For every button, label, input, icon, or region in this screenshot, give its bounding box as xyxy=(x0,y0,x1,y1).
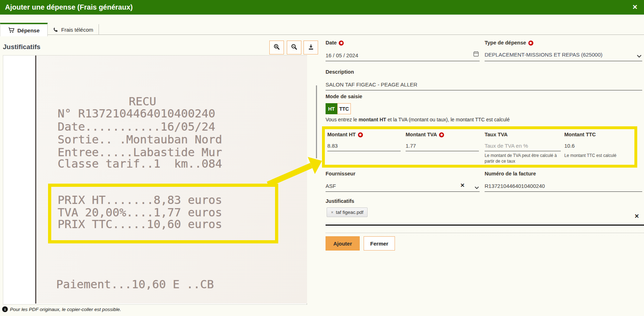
justificatifs-label: Justificatifs xyxy=(326,198,354,204)
clear-icon[interactable]: ✕ xyxy=(460,182,465,189)
montant-ht-input[interactable] xyxy=(327,140,401,151)
expense-type-label: Type de dépense✱ xyxy=(485,40,533,46)
receipt-line: Date...........16/05/24 xyxy=(58,120,215,133)
justificatifs-underline xyxy=(326,225,644,226)
fermer-button[interactable]: Fermer xyxy=(364,236,395,251)
mode-ttc-button[interactable]: TTC xyxy=(337,103,351,114)
required-icon: ✱ xyxy=(358,132,363,137)
montant-tva-field[interactable] xyxy=(406,140,479,151)
montant-ht-label: Montant HT✱ xyxy=(327,132,363,137)
receipt-scan xyxy=(35,56,307,304)
pdf-note: i Pour les PDF originaux, le copier-coll… xyxy=(2,306,121,312)
expense-type-select[interactable]: DEPLACEMENT-MISSIONS ET REPAS (625000) xyxy=(485,49,642,61)
cart-icon xyxy=(8,27,15,33)
chevron-down-icon xyxy=(637,53,642,59)
receipt-line: PRIX HT.......8,83 euros xyxy=(58,193,222,207)
entry-mode-hint: Vous entrez le montant HT et la TVA (mon… xyxy=(326,117,510,122)
tab-depense-label: Dépense xyxy=(17,27,40,33)
facture-label: Numéro de la facture xyxy=(485,171,536,177)
montant-ttc-helper: Le montant TTC est calculé xyxy=(564,153,639,159)
montant-tva-input[interactable] xyxy=(406,140,479,151)
date-field[interactable] xyxy=(326,49,480,61)
download-icon xyxy=(308,44,314,51)
date-label: Date✱ xyxy=(326,40,344,46)
modal-title: Ajouter une dépense (Frais généraux) xyxy=(5,3,133,11)
taux-tva-field[interactable] xyxy=(485,140,561,151)
phone-icon xyxy=(53,27,58,32)
receipt-line: Paiement...10,60 E ..CB xyxy=(56,278,214,291)
calendar-icon[interactable] xyxy=(473,51,479,58)
entry-mode-toggle: HT TTC xyxy=(326,103,351,114)
required-icon: ✱ xyxy=(339,41,344,46)
tab-depense[interactable]: Dépense xyxy=(0,23,48,36)
taux-tva-input[interactable] xyxy=(485,140,561,151)
form-separator xyxy=(326,233,644,233)
fournisseur-label: Fournisseur xyxy=(326,171,355,177)
fournisseur-field[interactable]: ✕ xyxy=(326,180,480,192)
facture-input[interactable] xyxy=(485,180,642,191)
modal-header: Ajouter une dépense (Frais généraux) ✕ xyxy=(0,0,644,15)
remove-file-icon[interactable]: × xyxy=(331,210,333,215)
zoom-out-button[interactable] xyxy=(287,41,301,54)
tab-frais-telecom[interactable]: Frais télécom xyxy=(48,24,99,35)
entry-mode-label: Mode de saisie xyxy=(326,94,362,99)
montant-ht-field[interactable] xyxy=(327,140,401,151)
montant-ttc-input xyxy=(564,140,635,151)
taux-tva-label: Taux TVA xyxy=(485,132,508,137)
tab-frais-telecom-label: Frais télécom xyxy=(61,27,93,33)
chevron-down-icon[interactable] xyxy=(475,184,479,190)
clear-all-files-icon[interactable]: ✕ xyxy=(634,213,639,220)
fournisseur-input[interactable] xyxy=(326,180,457,191)
file-tag-label: taf figeac.pdf xyxy=(336,210,363,215)
viewer-scrollbar[interactable] xyxy=(316,85,317,158)
date-input[interactable] xyxy=(326,49,480,61)
receipt-line: Classe tarif..1 km..084 xyxy=(58,157,222,170)
receipt-line: RECU xyxy=(129,95,156,108)
tabbar-divider xyxy=(47,35,644,35)
montant-ttc-label: Montant TTC xyxy=(564,132,596,137)
ajouter-button[interactable]: Ajouter xyxy=(326,236,360,251)
required-icon: ✱ xyxy=(439,132,444,137)
zoom-out-icon xyxy=(291,44,297,51)
add-expense-modal: Ajouter une dépense (Frais généraux) ✕ D… xyxy=(0,0,644,316)
close-icon[interactable]: ✕ xyxy=(632,3,638,11)
zoom-in-button[interactable] xyxy=(269,41,284,54)
pdf-note-text: Pour les PDF originaux, le copier-coller… xyxy=(10,307,121,312)
description-label: Description xyxy=(326,69,354,75)
justificatifs-viewer-heading: Justificatifs xyxy=(3,43,41,51)
expense-type-value: DEPLACEMENT-MISSIONS ET REPAS (625000) xyxy=(485,52,602,58)
facture-field[interactable] xyxy=(485,180,642,192)
montant-tva-label: Montant TVA✱ xyxy=(406,132,444,137)
download-button[interactable] xyxy=(303,41,318,54)
description-field[interactable] xyxy=(326,79,642,90)
mode-ht-button[interactable]: HT xyxy=(326,103,337,114)
montant-ttc-field xyxy=(564,140,635,151)
zoom-in-icon xyxy=(274,44,280,51)
required-icon: ✱ xyxy=(528,41,533,46)
receipt-line: N° R1372104464010400240 xyxy=(58,107,215,120)
info-icon: i xyxy=(2,306,8,312)
description-input[interactable] xyxy=(326,79,642,90)
receipt-line: Sortie.. .Montauban Nord xyxy=(58,133,222,146)
taux-tva-helper: Le montant de TVA peut être calculé à pa… xyxy=(485,153,562,164)
file-tag[interactable]: × taf figeac.pdf xyxy=(327,207,368,217)
receipt-line: PRIX TTC.....10,60 euros xyxy=(58,217,222,231)
